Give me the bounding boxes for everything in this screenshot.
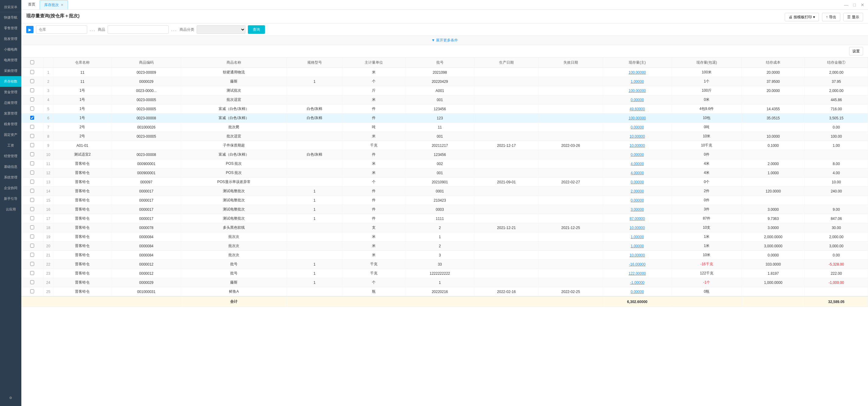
row-select-checkbox[interactable] xyxy=(30,152,34,156)
export-button[interactable]: ↑ 导出 xyxy=(822,13,840,21)
row-qty-main[interactable]: 49.60000 xyxy=(603,104,672,113)
row-qty-main[interactable]: 0.00000 xyxy=(603,196,672,205)
row-qty-main[interactable]: 0.00000 xyxy=(603,150,672,159)
row-checkbox xyxy=(21,241,43,251)
row-qty-main[interactable]: 0.00000 xyxy=(603,287,672,297)
row-select-checkbox[interactable] xyxy=(30,271,34,275)
row-select-checkbox[interactable] xyxy=(30,98,34,101)
row-unit-cost xyxy=(742,287,805,297)
sidebar-item-wholesale[interactable]: 批发管理 xyxy=(0,34,21,44)
row-qty-main[interactable]: 0.00000 xyxy=(603,95,672,104)
row-qty-main[interactable]: 1.00000 xyxy=(603,241,672,251)
search-button[interactable]: 查询 xyxy=(248,25,265,34)
sidebar-item-inventory[interactable]: 库存核数 xyxy=(0,76,21,87)
print-dropdown-icon[interactable]: ▾ xyxy=(813,15,815,19)
expand-conditions-button[interactable]: ▼ 展开更多条件 xyxy=(431,38,458,43)
print-button[interactable]: 🖨 按模板打印 ▾ xyxy=(785,13,819,21)
row-qty-main[interactable]: 0.00000 xyxy=(603,123,672,132)
row-select-checkbox[interactable] xyxy=(30,244,34,248)
row-select-checkbox[interactable] xyxy=(30,280,34,284)
tab-home[interactable]: 首页 xyxy=(24,0,40,9)
row-qty-main[interactable]: 10.00000 xyxy=(603,251,672,260)
row-select-checkbox[interactable] xyxy=(30,189,34,193)
row-qty-main[interactable]: 87.00000 xyxy=(603,214,672,223)
row-qty-main[interactable]: 100.00000 xyxy=(603,86,672,95)
row-unit: 米 xyxy=(342,168,405,177)
row-select-checkbox[interactable] xyxy=(30,235,34,238)
sidebar-item-invoice[interactable]: 发票管理 xyxy=(0,108,21,119)
settings-button[interactable]: 设置 xyxy=(849,47,863,56)
sidebar-item-fixed-assets[interactable]: 固定资产 xyxy=(0,130,21,140)
row-select-checkbox[interactable] xyxy=(30,116,34,120)
row-qty-main[interactable]: 10.00000 xyxy=(603,132,672,141)
col-prod-date: 生产日期 xyxy=(474,58,539,68)
product-input[interactable] xyxy=(107,25,168,34)
row-select-checkbox[interactable] xyxy=(30,289,34,293)
row-select-checkbox[interactable] xyxy=(30,198,34,202)
row-select-checkbox[interactable] xyxy=(30,216,34,220)
sidebar-item-quicknav[interactable]: 快捷导航 xyxy=(0,12,21,23)
row-qty-main[interactable]: 4.00000 xyxy=(603,168,672,177)
row-select-checkbox[interactable] xyxy=(30,207,34,211)
sidebar-item-hr[interactable]: 工资 xyxy=(0,140,21,151)
row-select-checkbox[interactable] xyxy=(30,171,34,174)
row-qty-main[interactable]: 10.00000 xyxy=(603,223,672,232)
sidebar-settings[interactable]: ⚙ xyxy=(8,393,13,403)
minimize-button[interactable]: — xyxy=(843,2,850,8)
sidebar-item-finance[interactable]: 资金管理 xyxy=(0,87,21,98)
row-total-cost: 0.00 xyxy=(805,251,868,260)
row-qty-main[interactable]: 122.00000 xyxy=(603,269,672,278)
row-qty-main[interactable]: 10.00000 xyxy=(603,141,672,150)
row-select-checkbox[interactable] xyxy=(30,162,34,165)
row-qty-main[interactable]: 2.00000 xyxy=(603,187,672,196)
tab-close-icon[interactable]: ✕ xyxy=(61,3,63,7)
row-select-checkbox[interactable] xyxy=(30,79,34,83)
sidebar-item-cloud[interactable]: 云应用 xyxy=(0,204,21,215)
row-qty-main[interactable]: 3.00000 xyxy=(603,205,672,214)
sidebar-item-small-ec[interactable]: 小额电商 xyxy=(0,44,21,55)
sidebar-search[interactable]: 搜索菜单 xyxy=(0,2,21,12)
sidebar-item-purchase[interactable]: 采购管理 xyxy=(0,66,21,76)
display-button[interactable]: ☰ 显示 xyxy=(843,13,863,21)
sidebar-item-system[interactable]: 系统管理 xyxy=(0,172,21,183)
row-unit: 米 xyxy=(342,95,405,104)
sidebar-item-guide[interactable]: 新手引导 xyxy=(0,194,21,204)
row-select-checkbox[interactable] xyxy=(30,180,34,184)
row-code: 0000084 xyxy=(112,232,181,241)
sidebar-item-ops[interactable]: 经营管理 xyxy=(0,151,21,162)
row-select-checkbox[interactable] xyxy=(30,107,34,110)
row-name: 富减（白色/灰棉） xyxy=(181,104,287,113)
row-qty-main[interactable]: -1.00000 xyxy=(603,278,672,287)
row-select-checkbox[interactable] xyxy=(30,134,34,138)
close-button[interactable]: ✕ xyxy=(860,2,866,8)
row-unit-cost: 2,000.0000 xyxy=(742,232,805,241)
row-select-checkbox[interactable] xyxy=(30,225,34,229)
row-select-checkbox[interactable] xyxy=(30,143,34,147)
sidebar-item-retail[interactable]: 零售管理 xyxy=(0,23,21,34)
row-select-checkbox[interactable] xyxy=(30,253,34,257)
filter-toggle-button[interactable]: ▶ xyxy=(26,26,34,33)
warehouse-input[interactable] xyxy=(36,25,87,34)
row-qty-main[interactable]: 100.00000 xyxy=(603,68,672,77)
tab-inventory-batch[interactable]: 库存批次 ✕ xyxy=(40,0,68,9)
maximize-button[interactable]: □ xyxy=(852,2,857,8)
row-select-checkbox[interactable] xyxy=(30,88,34,92)
row-qty-main[interactable]: 4.00000 xyxy=(603,159,672,168)
row-qty-main[interactable]: 1.00000 xyxy=(603,232,672,241)
col-code: 商品编码 xyxy=(112,58,181,68)
sidebar-item-basic[interactable]: 基础信息 xyxy=(0,162,21,172)
row-qty-main[interactable]: 0.00000 xyxy=(603,177,672,187)
row-select-checkbox[interactable] xyxy=(30,262,34,266)
select-all-checkbox[interactable] xyxy=(30,60,34,64)
row-select-checkbox[interactable] xyxy=(30,125,34,129)
sidebar-item-account[interactable]: 总账管理 xyxy=(0,98,21,108)
category-select[interactable] xyxy=(197,25,245,34)
row-qty-main[interactable]: 100.00000 xyxy=(603,113,672,123)
row-qty-main[interactable]: 1.00000 xyxy=(603,77,672,86)
row-unit: 米 xyxy=(342,251,405,260)
sidebar-item-corp[interactable]: 企业协同 xyxy=(0,183,21,194)
row-select-checkbox[interactable] xyxy=(30,70,34,74)
row-qty-main[interactable]: -16.00000 xyxy=(603,260,672,269)
sidebar-item-tax[interactable]: 税务管理 xyxy=(0,119,21,130)
sidebar-item-ec[interactable]: 电商管理 xyxy=(0,55,21,66)
